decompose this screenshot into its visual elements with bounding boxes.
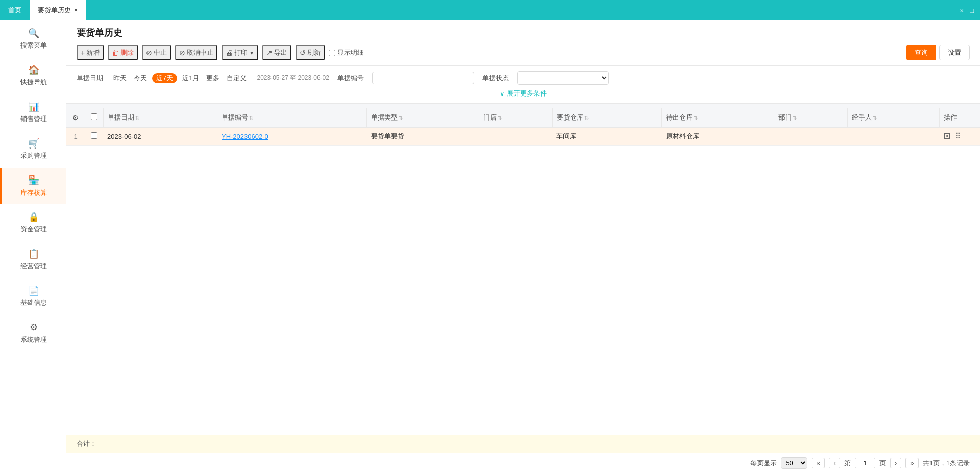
date-option-more[interactable]: 更多: [204, 73, 222, 83]
doc-status-select[interactable]: [517, 71, 609, 85]
window-maximize-icon[interactable]: □: [970, 7, 974, 14]
sidebar: 🔍 搜索菜单 🏠 快捷导航 📊 销售管理 🛒 采购管理 🏪 库存核算 🔒 资金管…: [0, 20, 66, 473]
inventory-icon: 🏪: [28, 175, 39, 186]
export-icon: ↗: [266, 49, 273, 57]
stop-button[interactable]: ⊘ 中止: [142, 45, 171, 60]
cancel-stop-label: 取消中止: [187, 48, 213, 57]
date-option-last1m[interactable]: 近1月: [180, 73, 201, 83]
expand-more-btn[interactable]: ∨ 展开更多条件: [500, 89, 547, 98]
row-action: 🖼 ⠿: [939, 128, 980, 146]
col-date: 单据日期⇅: [103, 108, 217, 128]
sidebar-item-search-menu-label: 搜索菜单: [20, 41, 47, 50]
sort-handler-icon[interactable]: ⇅: [873, 115, 877, 121]
print-dropdown-icon[interactable]: ▼: [249, 50, 254, 56]
sidebar-item-base-info-label: 基础信息: [20, 298, 47, 308]
sort-date-icon[interactable]: ⇅: [135, 115, 139, 121]
refresh-icon: ↺: [300, 49, 306, 57]
footer-total: 合计：: [66, 435, 980, 453]
row-checkbox[interactable]: [91, 132, 97, 139]
sidebar-item-purchase-mgmt-label: 采购管理: [20, 151, 47, 160]
per-page-label: 每页显示: [750, 459, 777, 468]
new-label: 新增: [86, 48, 100, 57]
col-req-warehouse: 要货仓库⇅: [552, 108, 662, 128]
last-page-button[interactable]: »: [905, 458, 918, 468]
delete-label: 删除: [120, 48, 134, 57]
content-area: 要货单历史 + 新增 🗑 删除 ⊘ 中止 ⊘ 取消中止: [66, 20, 980, 473]
sidebar-item-base-info[interactable]: 📄 基础信息: [0, 278, 66, 315]
sidebar-item-quick-nav[interactable]: 🏠 快捷导航: [0, 57, 66, 94]
page-size-select[interactable]: 20 50 100: [781, 457, 807, 469]
col-type: 单据类型⇅: [367, 108, 479, 128]
row-number: YH-20230602-0: [217, 128, 367, 146]
toolbar: + 新增 🗑 删除 ⊘ 中止 ⊘ 取消中止 🖨 打印: [77, 45, 970, 65]
cancel-stop-icon: ⊘: [179, 49, 185, 57]
toolbar-right: 查询 设置: [906, 45, 970, 60]
date-range-text: 2023-05-27 至 2023-06-02: [257, 74, 329, 82]
table-container: ⚙ 单据日期⇅ 单据编号⇅ 单据类型⇅: [66, 108, 980, 435]
window-close-icon[interactable]: ×: [960, 7, 964, 14]
col-checkbox: [85, 108, 103, 128]
tab-list: 首页 要货单历史 ×: [0, 0, 86, 20]
sort-pending-warehouse-icon[interactable]: ⇅: [694, 115, 698, 121]
page-title: 要货单历史: [77, 27, 970, 39]
date-options: 昨天 今天 近7天 近1月 更多 自定义: [111, 73, 249, 83]
delete-button[interactable]: 🗑 删除: [108, 45, 138, 60]
col-pending-warehouse: 待出仓库⇅: [662, 108, 774, 128]
new-button[interactable]: + 新增: [77, 45, 104, 60]
sidebar-item-search-menu[interactable]: 🔍 搜索菜单: [0, 20, 66, 57]
prev-page-button[interactable]: ‹: [829, 458, 840, 468]
sort-dept-icon[interactable]: ⇅: [793, 115, 797, 121]
sort-store-icon[interactable]: ⇅: [498, 115, 502, 121]
sidebar-item-finance-mgmt[interactable]: 🔒 资金管理: [0, 204, 66, 241]
main-layout: 🔍 搜索菜单 🏠 快捷导航 📊 销售管理 🛒 采购管理 🏪 库存核算 🔒 资金管…: [0, 20, 980, 473]
sidebar-item-inventory[interactable]: 🏪 库存核算: [0, 168, 66, 204]
col-handler: 经手人⇅: [848, 108, 939, 128]
select-all-checkbox[interactable]: [91, 113, 97, 120]
sort-type-icon[interactable]: ⇅: [399, 115, 403, 121]
stop-label: 中止: [154, 48, 167, 57]
setting-button[interactable]: 设置: [939, 45, 970, 60]
tab-requisition-history[interactable]: 要货单历史 ×: [30, 0, 86, 20]
sort-number-icon[interactable]: ⇅: [249, 115, 253, 121]
first-page-button[interactable]: «: [812, 458, 824, 468]
settings-icon[interactable]: ⚙: [72, 114, 79, 122]
tab-home[interactable]: 首页: [0, 0, 30, 20]
expand-more-label: 展开更多条件: [507, 89, 547, 98]
date-option-yesterday[interactable]: 昨天: [111, 73, 129, 83]
col-action: 操作: [939, 108, 980, 128]
close-tab-icon[interactable]: ×: [74, 7, 78, 14]
ops-icon: 📋: [28, 248, 39, 259]
export-button[interactable]: ↗ 导出: [262, 45, 291, 60]
date-option-today[interactable]: 今天: [132, 73, 149, 83]
doc-number-label: 单据编号: [337, 74, 364, 83]
row-number-link[interactable]: YH-20230602-0: [222, 133, 268, 140]
table-body: 1 2023-06-02 YH-20230602-0 要货单要货 车间库 原材料…: [66, 128, 980, 146]
date-option-custom[interactable]: 自定义: [225, 73, 249, 83]
table-row: 1 2023-06-02 YH-20230602-0 要货单要货 车间库 原材料…: [66, 128, 980, 146]
display-detail-checkbox[interactable]: [329, 50, 335, 56]
row-view-icon[interactable]: 🖼: [943, 132, 951, 141]
display-detail-checkbox-label[interactable]: 显示明细: [329, 48, 364, 57]
query-button[interactable]: 查询: [906, 45, 936, 60]
refresh-button[interactable]: ↺ 刷新: [296, 45, 325, 60]
action-icons: 🖼 ⠿: [943, 132, 976, 141]
search-icon: 🔍: [28, 28, 39, 39]
doc-number-input[interactable]: [372, 72, 474, 84]
sort-req-warehouse-icon[interactable]: ⇅: [584, 115, 589, 121]
sidebar-item-purchase-mgmt[interactable]: 🛒 采购管理: [0, 131, 66, 168]
home-icon: 🏠: [28, 64, 39, 76]
page-input[interactable]: [855, 458, 875, 468]
col-number: 单据编号⇅: [217, 108, 367, 128]
next-page-button[interactable]: ›: [890, 458, 901, 468]
cancel-stop-button[interactable]: ⊘ 取消中止: [175, 45, 217, 60]
window-controls: × □: [960, 7, 980, 14]
date-option-last7[interactable]: 近7天: [152, 73, 177, 83]
col-settings[interactable]: ⚙: [66, 108, 85, 128]
refresh-label: 刷新: [307, 48, 321, 57]
row-more-icon[interactable]: ⠿: [955, 132, 961, 141]
print-button[interactable]: 🖨 打印 ▼: [222, 45, 258, 60]
sidebar-item-sales-mgmt[interactable]: 📊 销售管理: [0, 94, 66, 131]
sidebar-item-sys-mgmt[interactable]: ⚙ 系统管理: [0, 315, 66, 351]
sidebar-item-ops-mgmt[interactable]: 📋 经营管理: [0, 241, 66, 278]
sales-icon: 📊: [28, 101, 39, 112]
